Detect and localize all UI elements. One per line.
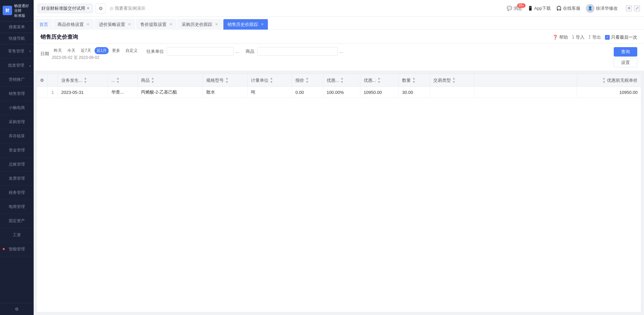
sidebar-search[interactable]: 搜索菜单: [0, 22, 34, 33]
sidebar-item-ecommerce-small[interactable]: 小畅电商: [0, 101, 34, 115]
headset-icon: 🎧: [556, 6, 562, 11]
data-table: ⚙ 业务发生... ▲▼ ... ▲▼: [37, 74, 641, 98]
tab-sales-history[interactable]: 销售历史价跟踪 ✕: [223, 19, 268, 30]
partner-input[interactable]: [167, 47, 234, 56]
import-btn[interactable]: ⤵ 导入: [572, 34, 584, 40]
partner-more-btn[interactable]: ...: [235, 49, 239, 54]
th-gear[interactable]: ⚙: [37, 74, 48, 87]
sidebar-settings-btn[interactable]: ⚙: [0, 303, 34, 315]
row-unit: 吨: [247, 87, 292, 98]
date-opt-custom[interactable]: 自定义: [123, 47, 140, 54]
sidebar-logo: 财 畅捷通好业财 标准版: [0, 0, 34, 22]
app-download-btn[interactable]: 📱 App下载: [528, 5, 551, 11]
tab-close-purchase-strategy[interactable]: ✕: [128, 22, 131, 27]
th-discount2[interactable]: 优惠... ▲▼: [360, 74, 399, 87]
tab-purchase-history-label: 采购历史价跟踪: [182, 22, 212, 28]
tab-purchase-strategy[interactable]: 进价策略设置 ✕: [95, 19, 135, 30]
demo-icon: ◎: [110, 6, 113, 11]
tab-price-label: 商品价格设置: [58, 22, 84, 28]
help-btn[interactable]: ❓ 帮助: [552, 34, 568, 40]
sidebar-item-ecommerce[interactable]: 电商管理: [0, 200, 34, 214]
date-opt-more[interactable]: 更多: [110, 47, 122, 54]
th-col3[interactable]: ... ▲▼: [108, 74, 137, 87]
tab-purchase-history[interactable]: 采购历史价跟踪 ✕: [177, 19, 222, 30]
online-service-btn[interactable]: 🎧 在线客服: [556, 5, 580, 11]
sidebar-item-marketing[interactable]: 营销推广: [0, 73, 34, 87]
sort-icon: ▲▼: [225, 77, 228, 84]
tab-close-price[interactable]: ✕: [86, 22, 90, 27]
tab-home[interactable]: 首页: [35, 19, 52, 30]
row-spec: 散水: [203, 87, 247, 98]
export-icon: ⤴: [588, 35, 591, 40]
sort-icon: ▲▼: [151, 77, 154, 84]
table-body: 1 2023-05-31 华查... 丙烯酸-2-乙基己酯 散水 吨 0.00 …: [37, 87, 641, 98]
logo-text: 畅捷通好业财 标准版: [14, 3, 31, 18]
module-select[interactable]: 好业财标准版交付试用 ▾: [38, 4, 93, 13]
tab-close-sale-extract[interactable]: ✕: [169, 22, 172, 27]
sort-icon: ▲▼: [452, 77, 456, 84]
query-button[interactable]: 查询: [614, 47, 637, 57]
user-menu-btn[interactable]: 👤 徐泽华修改: [586, 4, 618, 13]
sidebar-item-sales[interactable]: 销售管理: [0, 87, 34, 101]
demo-link[interactable]: ◎ 我要看实例演示: [110, 5, 145, 11]
row-trade-type: [430, 87, 474, 98]
tab-purchase-strategy-label: 进价策略设置: [99, 22, 125, 28]
date-opt-last1m[interactable]: 近1月: [95, 47, 109, 54]
tab-close-sales-history[interactable]: ✕: [261, 22, 264, 27]
date-options: 昨天 今天 近7天 近1月 更多 自定义: [52, 47, 140, 54]
only-last-checkbox[interactable]: ✓ 只看最后一次: [605, 34, 637, 40]
date-opt-yesterday[interactable]: 昨天: [52, 47, 64, 54]
maximize-window-btn[interactable]: ⤢: [634, 5, 640, 11]
avatar: 👤: [586, 4, 595, 13]
sidebar-quick-nav[interactable]: 快捷导航: [0, 33, 34, 44]
tab-close-purchase-history[interactable]: ✕: [215, 22, 218, 27]
topbar-settings-button[interactable]: ⚙: [96, 3, 106, 13]
date-filter-group: 日期 昨天 今天 近7天 近1月 更多 自定义 2023-05-02 至 202…: [40, 47, 140, 61]
th-unit[interactable]: 计量单位 ▲▼: [247, 74, 292, 87]
filter-actions: 查询 设置: [614, 47, 637, 67]
sidebar-item-retail[interactable]: 零售管理 ▾: [0, 44, 34, 59]
goods-more-btn[interactable]: ...: [339, 49, 343, 54]
partner-filter-label: 往来单位: [146, 48, 164, 55]
sidebar-item-smart[interactable]: 智能管理: [0, 242, 34, 256]
goods-filter-label: 商品: [246, 48, 254, 55]
page-title: 销售历史价查询: [40, 34, 78, 41]
goods-input[interactable]: [257, 47, 338, 56]
date-opt-last7[interactable]: 近7天: [79, 47, 93, 54]
th-discount1[interactable]: 优惠... ▲▼: [323, 74, 360, 87]
tab-sale-extract[interactable]: 售价提取设置 ✕: [136, 19, 177, 30]
notifications-btn[interactable]: 💬 消息 99+: [507, 5, 522, 11]
sidebar-item-capital[interactable]: 资金管理: [0, 143, 34, 158]
row-spacer: [474, 87, 577, 98]
sidebar-item-fixed-assets[interactable]: 固定资产: [0, 214, 34, 228]
sidebar-item-purchase[interactable]: 采购管理: [0, 115, 34, 129]
row-biz-date: 2023-05-31: [58, 87, 108, 98]
page-header-actions: ❓ 帮助 ⤵ 导入 ⤴ 导出 ✓ 只看最后一次: [552, 34, 637, 40]
goods-input-group: ...: [257, 47, 343, 56]
th-spec[interactable]: 规格型号 ▲▼: [203, 74, 247, 87]
chevron-down-icon: ▾: [87, 6, 89, 10]
date-range-display: 2023-05-02 至 2023-06-02: [52, 55, 140, 61]
date-opt-today[interactable]: 今天: [65, 47, 77, 54]
th-trade-type[interactable]: 交易类型 ▲▼: [430, 74, 474, 87]
page-header-top: 销售历史价查询 ❓ 帮助 ⤵ 导入 ⤴ 导出 ✓: [40, 34, 637, 43]
gear-icon: ⚙: [15, 307, 19, 312]
sidebar-item-general-ledger[interactable]: 总账管理: [0, 158, 34, 172]
close-window-btn[interactable]: ✕: [626, 5, 632, 11]
th-pretax-price[interactable]: ▲▼ 优惠前无税单价: [577, 74, 641, 87]
settings-button[interactable]: 设置: [614, 58, 637, 67]
th-goods[interactable]: 商品 ▲▼: [137, 74, 203, 87]
sidebar-item-wholesale[interactable]: 批发管理 ▴: [0, 59, 34, 73]
sort-icon: ▲▼: [412, 77, 416, 84]
sidebar-item-invoice[interactable]: 发票管理: [0, 172, 34, 186]
row-discount2: 10950.00: [360, 87, 399, 98]
gear-icon: ⚙: [99, 6, 103, 11]
th-qty[interactable]: 数量 ▲▼: [399, 74, 430, 87]
sidebar-item-salary[interactable]: 工资: [0, 228, 34, 242]
sidebar-item-inventory[interactable]: 库存核算: [0, 129, 34, 143]
sidebar-item-tax[interactable]: 税务管理: [0, 186, 34, 200]
export-btn[interactable]: ⤴ 导出: [588, 34, 601, 40]
tab-price[interactable]: 商品价格设置 ✕: [53, 19, 94, 30]
th-biz-date[interactable]: 业务发生... ▲▼: [58, 74, 108, 87]
th-price[interactable]: 报价 ▲▼: [292, 74, 323, 87]
